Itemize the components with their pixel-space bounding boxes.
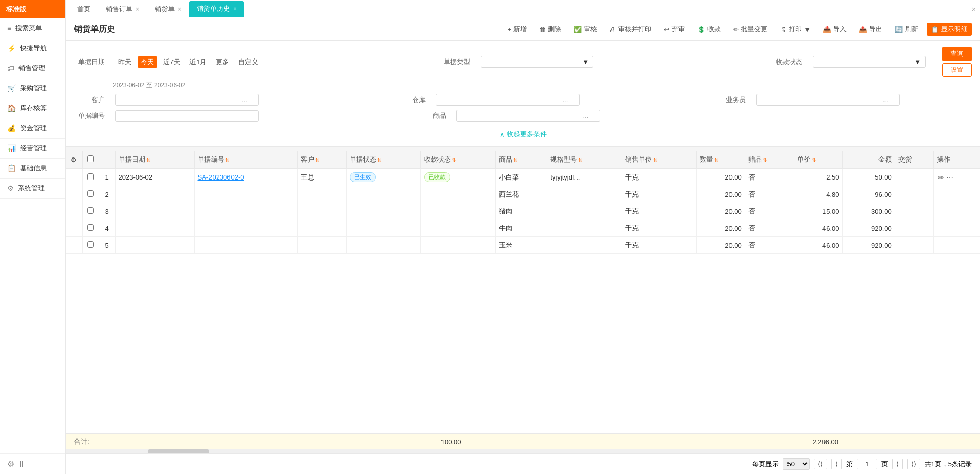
doc-no-label: 单据编号	[74, 111, 105, 121]
row-action-3	[934, 220, 980, 237]
date-btn-more[interactable]: 更多	[213, 56, 232, 68]
tab-sales-order[interactable]: 销售订单 ×	[99, 1, 146, 17]
more-icon[interactable]: ⋯	[946, 173, 953, 182]
doc-no-col-label: 单据编号	[198, 155, 224, 164]
row-checkbox-2[interactable]	[82, 203, 99, 220]
edit-icon[interactable]: ✏	[938, 173, 944, 182]
sidebar-item-operation[interactable]: 📊 经营管理	[0, 139, 65, 159]
salesperson-input[interactable]	[757, 95, 880, 105]
select-all-checkbox[interactable]	[87, 155, 94, 162]
sidebar-item-search-menu[interactable]: ≡ 搜索菜单	[0, 18, 65, 38]
tab-sales-delivery[interactable]: 销货单 ×	[147, 1, 188, 17]
delete-button[interactable]: 🗑 删除	[535, 23, 565, 36]
sidebar-item-sales-mgmt[interactable]: 🏷 销售管理	[0, 58, 65, 78]
sys-mgmt-icon: ⚙	[7, 184, 14, 192]
refresh-button[interactable]: 🔄 刷新	[891, 23, 923, 36]
collapse-button[interactable]: ∧ 收起更多条件	[497, 128, 549, 141]
doc-type-select[interactable]: ▼	[481, 56, 593, 68]
settings-button[interactable]: 设置	[942, 63, 972, 77]
row-pay-status-4	[421, 237, 495, 254]
row-checkbox-0[interactable]	[82, 169, 99, 186]
tabs-bar-end: ×	[972, 5, 976, 13]
first-page-button[interactable]: ⟨⟨	[814, 459, 827, 469]
salesperson-dots-btn[interactable]: ...	[880, 94, 892, 105]
tab-close-sales-history[interactable]: ×	[233, 5, 237, 12]
col-gear[interactable]: ⚙	[66, 151, 82, 169]
payment-status-select[interactable]: ▼	[813, 56, 926, 68]
review-print-button[interactable]: 🖨 审核并打印	[605, 23, 656, 36]
new-button[interactable]: + 新增	[504, 23, 531, 36]
sidebar-item-purchase-mgmt[interactable]: 🛒 采购管理	[0, 78, 65, 98]
col-unit[interactable]: 销售单位 ⇅	[622, 151, 696, 169]
date-btn-yesterday[interactable]: 昨天	[115, 56, 134, 68]
sidebar-item-finance[interactable]: 💰 资金管理	[0, 118, 65, 139]
prev-page-button[interactable]: ⟨	[831, 459, 842, 469]
import-icon: 📥	[823, 26, 831, 33]
row-transaction-2	[895, 203, 934, 220]
sidebar-item-inventory[interactable]: 🏠 库存核算	[0, 98, 65, 118]
sidebar-toggle-icon[interactable]: ⏸	[17, 460, 26, 469]
collect-button[interactable]: 💲 收款	[693, 23, 725, 36]
col-doc-no[interactable]: 单据编号 ⇅	[194, 151, 298, 169]
import-button[interactable]: 📥 导入	[819, 23, 851, 36]
gift-sort-icon: ⇅	[763, 157, 767, 163]
customer-dots-btn[interactable]: ...	[239, 94, 251, 105]
next-page-button[interactable]: ⟩	[892, 459, 903, 469]
col-qty[interactable]: 数量 ⇅	[696, 151, 745, 169]
print-button[interactable]: 🖨 打印 ▼	[776, 23, 815, 36]
col-pay-status[interactable]: 收款状态 ⇅	[421, 151, 495, 169]
tab-sales-history[interactable]: 销货单历史 ×	[189, 1, 244, 17]
row-doc-no-4[interactable]	[194, 237, 298, 254]
date-btn-7days[interactable]: 近7天	[160, 56, 183, 68]
qty-sort-icon: ⇅	[714, 157, 718, 163]
tab-close-sales-delivery[interactable]: ×	[178, 6, 181, 13]
row-doc-no-2[interactable]	[194, 203, 298, 220]
goods-input[interactable]	[457, 111, 580, 121]
tab-home[interactable]: 首页	[70, 1, 98, 17]
export-button[interactable]: 📤 导出	[855, 23, 887, 36]
sidebar-collapse-icon[interactable]: ⚙	[7, 459, 14, 469]
per-page-select[interactable]: 50 100 200	[783, 458, 810, 470]
date-filter-label: 单据日期	[74, 57, 105, 67]
row-checkbox-3[interactable]	[82, 220, 99, 237]
customer-input[interactable]	[116, 95, 239, 105]
sidebar-item-sys-mgmt[interactable]: ⚙ 系统管理	[0, 179, 65, 199]
col-price[interactable]: 单价 ⇅	[794, 151, 842, 169]
abandon-button[interactable]: ↩ 弃审	[660, 23, 689, 36]
doc-no-input[interactable]	[115, 110, 259, 122]
row-doc-status-4	[347, 237, 421, 254]
sidebar-item-quick-nav[interactable]: ⚡ 快捷导航	[0, 38, 65, 58]
sidebar-item-basic-info[interactable]: 📋 基础信息	[0, 159, 65, 179]
date-btn-today[interactable]: 今天	[138, 56, 157, 68]
collect-icon: 💲	[697, 26, 705, 33]
batch-change-button[interactable]: ✏ 批量变更	[729, 23, 772, 36]
goods-dots-btn[interactable]: ...	[580, 110, 592, 121]
tab-close-sales-order[interactable]: ×	[136, 6, 139, 13]
row-doc-no-0[interactable]: SA-20230602-0	[194, 169, 298, 186]
col-doc-status[interactable]: 单据状态 ⇅	[347, 151, 421, 169]
col-goods[interactable]: 商品 ⇅	[495, 151, 547, 169]
last-page-button[interactable]: ⟩⟩	[907, 459, 920, 469]
warehouse-input[interactable]	[436, 95, 560, 105]
show-detail-button[interactable]: 📋 显示明细	[927, 23, 972, 36]
row-amount-0: 50.00	[842, 169, 895, 186]
horizontal-scrollbar[interactable]	[66, 449, 980, 453]
col-customer[interactable]: 客户 ⇅	[298, 151, 347, 169]
date-btn-custom[interactable]: 自定义	[235, 56, 261, 68]
row-checkbox-4[interactable]	[82, 237, 99, 254]
review-button[interactable]: ✅ 审核	[569, 23, 601, 36]
row-checkbox-1[interactable]	[82, 186, 99, 203]
date-btn-1month[interactable]: 近1月	[186, 56, 209, 68]
col-doc-date[interactable]: 单据日期 ⇅	[115, 151, 194, 169]
warehouse-dots-btn[interactable]: ...	[560, 94, 571, 105]
scrollbar-thumb[interactable]	[148, 449, 209, 453]
row-doc-no-3[interactable]	[194, 220, 298, 237]
row-doc-no-1[interactable]	[194, 186, 298, 203]
col-gift[interactable]: 赠品 ⇅	[745, 151, 794, 169]
query-button[interactable]: 查询	[942, 47, 972, 61]
col-spec[interactable]: 规格型号 ⇅	[547, 151, 622, 169]
row-gift-1: 否	[745, 186, 794, 203]
tabs-close-all-icon[interactable]: ×	[972, 5, 976, 13]
page-number-input[interactable]	[857, 459, 877, 469]
row-index-0: 1	[99, 169, 115, 186]
